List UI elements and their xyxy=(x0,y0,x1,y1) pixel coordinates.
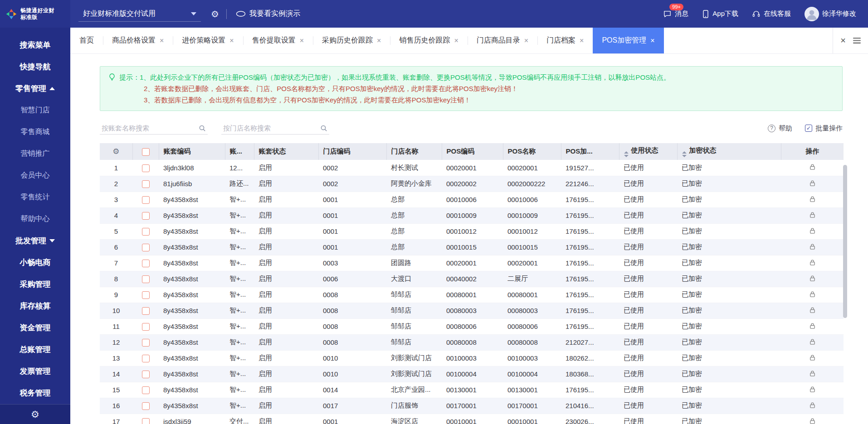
lock-icon[interactable] xyxy=(809,370,816,377)
tab-0[interactable]: 首页 xyxy=(70,28,103,53)
row-checkbox[interactable] xyxy=(142,402,150,410)
close-icon[interactable]: × xyxy=(300,37,304,44)
help-button[interactable]: ? 帮助 xyxy=(768,124,792,133)
scrollbar-thumb[interactable] xyxy=(843,165,847,318)
lock-icon[interactable] xyxy=(809,323,816,329)
lock-icon[interactable] xyxy=(809,212,816,218)
app-download-button[interactable]: App下载 xyxy=(702,10,738,19)
sidebar-item-8[interactable]: 帮助中心 xyxy=(0,208,70,230)
row-checkbox[interactable] xyxy=(142,228,150,236)
lock-icon[interactable] xyxy=(809,243,816,250)
phone-icon xyxy=(702,10,709,19)
sidebar-item-5[interactable]: 营销推广 xyxy=(0,143,70,164)
close-icon[interactable]: × xyxy=(580,37,584,44)
column-settings-header[interactable]: ⚙ xyxy=(100,143,132,160)
batch-operation-button[interactable]: ✓ 批量操作 xyxy=(805,124,843,133)
row-checkbox[interactable] xyxy=(142,371,150,378)
row-checkbox[interactable] xyxy=(142,212,150,220)
sidebar-item-0[interactable]: 搜索菜单 xyxy=(0,34,70,56)
sidebar-item-3[interactable]: 智慧门店 xyxy=(0,99,70,121)
lock-icon[interactable] xyxy=(809,180,816,187)
tab-4[interactable]: 采购历史价跟踪× xyxy=(313,28,390,53)
close-icon[interactable]: × xyxy=(377,37,381,44)
product-select-value: 好业财标准版交付试用 xyxy=(83,9,156,19)
sidebar-item-14[interactable]: 总账管理 xyxy=(0,338,70,360)
tab-8[interactable]: POS加密管理× xyxy=(593,28,663,53)
table-row: 78y4358x8st智+...启用0003团圆路000200010002000… xyxy=(100,255,844,271)
product-select[interactable]: 好业财标准版交付试用 xyxy=(78,6,201,22)
tab-1[interactable]: 商品价格设置× xyxy=(103,28,173,53)
row-checkbox[interactable] xyxy=(142,355,150,362)
row-checkbox[interactable] xyxy=(142,180,150,188)
sidebar-item-1[interactable]: 快捷导航 xyxy=(0,56,70,77)
row-checkbox[interactable] xyxy=(142,386,150,394)
close-icon[interactable]: × xyxy=(454,37,458,44)
sidebar-item-11[interactable]: 采购管理 xyxy=(0,273,70,295)
tab-menu-button[interactable] xyxy=(853,37,861,44)
lock-icon[interactable] xyxy=(809,196,816,202)
sidebar-item-7[interactable]: 零售统计 xyxy=(0,186,70,208)
lock-icon[interactable] xyxy=(809,418,816,424)
close-icon[interactable]: × xyxy=(229,37,234,44)
row-action-cell xyxy=(781,271,844,287)
lock-icon[interactable] xyxy=(809,307,816,313)
tab-3[interactable]: 售价提取设置× xyxy=(243,28,313,53)
row-checkbox-cell xyxy=(132,160,159,176)
sidebar-item-10[interactable]: 小畅电商 xyxy=(0,251,70,273)
user-menu[interactable]: 徐泽华修改 xyxy=(805,7,856,21)
sidebar-item-16[interactable]: 税务管理 xyxy=(0,382,70,404)
row-checkbox[interactable] xyxy=(142,196,150,204)
cell-store_name: 总部 xyxy=(386,239,442,255)
lock-icon[interactable] xyxy=(809,275,816,282)
row-checkbox[interactable] xyxy=(142,260,150,267)
sidebar-settings-gear-icon[interactable]: ⚙ xyxy=(31,409,39,420)
sidebar-item-2[interactable]: 零售管理 xyxy=(0,77,70,99)
sidebar-item-6[interactable]: 会员中心 xyxy=(0,164,70,186)
account-search-input[interactable] xyxy=(102,124,199,132)
row-checkbox[interactable] xyxy=(142,164,150,172)
lock-icon[interactable] xyxy=(809,291,816,298)
sidebar-item-label: 零售商城 xyxy=(21,127,50,137)
row-checkbox[interactable] xyxy=(142,418,150,424)
lock-icon[interactable] xyxy=(809,164,816,170)
lock-icon[interactable] xyxy=(809,259,816,266)
settings-gear-icon[interactable]: ⚙ xyxy=(211,9,219,19)
col-header-8[interactable]: 使用状态 xyxy=(619,143,677,160)
row-checkbox[interactable] xyxy=(142,323,150,331)
lock-icon[interactable] xyxy=(809,402,816,409)
close-all-tabs-button[interactable]: × xyxy=(840,35,846,46)
row-checkbox[interactable] xyxy=(142,307,150,315)
sidebar-item-4[interactable]: 零售商城 xyxy=(0,121,70,143)
close-icon[interactable]: × xyxy=(160,37,164,44)
lock-icon[interactable] xyxy=(809,227,816,234)
col-header-9[interactable]: 加密状态 xyxy=(677,143,781,160)
sidebar-item-9[interactable]: 批发管理 xyxy=(0,230,70,251)
sidebar-item-13[interactable]: 资金管理 xyxy=(0,317,70,338)
tab-7[interactable]: 门店档案× xyxy=(537,28,593,53)
row-checkbox[interactable] xyxy=(142,339,150,347)
lock-icon[interactable] xyxy=(809,386,816,393)
select-all-header xyxy=(132,143,159,160)
tab-5[interactable]: 销售历史价跟踪× xyxy=(390,28,467,53)
online-service-button[interactable]: 在线客服 xyxy=(752,10,791,18)
row-checkbox-cell xyxy=(132,398,159,414)
sidebar-item-15[interactable]: 发票管理 xyxy=(0,360,70,382)
store-search-input[interactable] xyxy=(223,124,320,132)
tip-text: 提示：1、此处列示企业下的所有已注册POS编码（加密状态为已加密），如果出现系统… xyxy=(119,72,670,83)
lock-icon[interactable] xyxy=(809,338,816,345)
row-checkbox[interactable] xyxy=(142,244,150,251)
select-all-checkbox[interactable] xyxy=(142,148,150,156)
tab-controls: × xyxy=(833,28,868,53)
cell-store_name: 海淀区店 xyxy=(386,414,442,424)
lock-icon[interactable] xyxy=(809,354,816,361)
tab-6[interactable]: 门店商品目录× xyxy=(468,28,537,53)
row-checkbox[interactable] xyxy=(142,275,150,283)
sidebar-item-12[interactable]: 库存核算 xyxy=(0,295,70,317)
close-icon[interactable]: × xyxy=(650,37,654,44)
cell-account_name: 智+... xyxy=(225,287,254,303)
close-icon[interactable]: × xyxy=(524,37,528,44)
demo-link[interactable]: 我要看实例演示 xyxy=(236,9,300,19)
messages-button[interactable]: 99+ 消息 xyxy=(663,10,688,18)
tab-2[interactable]: 进价策略设置× xyxy=(173,28,243,53)
row-checkbox[interactable] xyxy=(142,291,150,299)
